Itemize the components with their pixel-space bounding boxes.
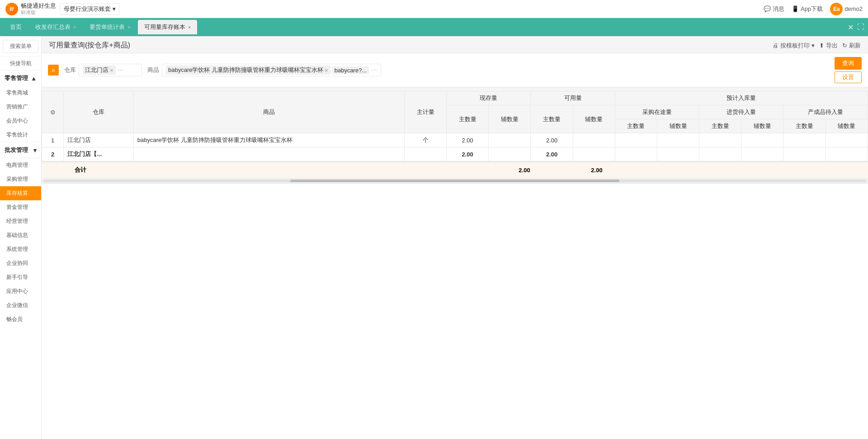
sidebar-item-inventory[interactable]: 库存核算 (0, 186, 41, 200)
tab-receive-summary-label: 收发存汇总表 (35, 23, 71, 31)
tab-order-stats[interactable]: 要货单统计表 × (83, 20, 137, 34)
product-tag2: babycare?... (332, 66, 369, 74)
sidebar-section-wholesale: 批发管理 ▾ (0, 142, 41, 158)
nav-tabs: 首页 收发存汇总表 × 要货单统计表 × 可用量库存账本 × ✕ ⛶ (0, 18, 868, 36)
sidebar-item-member2[interactable]: 畅会员 (0, 312, 41, 326)
template-print-btn[interactable]: 🖨 按模板打印 ▾ (773, 42, 815, 50)
user-area[interactable]: Ea demo2 (830, 3, 863, 15)
sidebar-item-online-store[interactable]: 零售商城 (0, 86, 41, 100)
tab-order-stats-close[interactable]: × (127, 24, 130, 30)
settings-icon[interactable]: ⚙ (50, 109, 56, 116)
footer-label: 合计 (58, 166, 103, 174)
product-more[interactable]: ··· (371, 66, 377, 74)
row1-pw-aux (741, 133, 783, 147)
row1-avail-main: 2.00 (531, 133, 573, 147)
row1-product: babycare学饮杯 儿童防摔防撞吸管杯重力球吸嘴杯宝宝水杯 (133, 133, 404, 147)
row2-pt-aux (657, 147, 699, 161)
fullscreen-btn[interactable]: ⛶ (857, 23, 864, 31)
setting-btn[interactable]: 设置 (835, 71, 862, 83)
chevron-down-icon: ▾ (811, 42, 815, 49)
row1-stock-aux (489, 133, 531, 147)
message-btn[interactable]: 💬 消息 (764, 5, 784, 13)
nav-action-btns: ✕ ⛶ (848, 23, 864, 32)
row2-warehouse: 江北门店【... (64, 147, 133, 161)
row2-pw-aux (741, 147, 783, 161)
export-btn[interactable]: ⬆ 导出 (819, 42, 838, 50)
sidebar-item-ecommerce[interactable]: 电商管理 (0, 158, 41, 172)
th-pdw-aux: 辅数量 (826, 119, 868, 133)
avatar: Ea (830, 3, 843, 15)
sidebar-item-wechat[interactable]: 企业微信 (0, 298, 41, 312)
filter-actions: 查询 设置 (835, 57, 862, 83)
scroll-thumb[interactable] (290, 179, 619, 182)
th-purchase-transit: 采购在途量 (615, 105, 699, 119)
warehouse-more[interactable]: ··· (118, 66, 123, 74)
top-bar-left: 好 畅捷通好生意 标准版 母婴行业演示账套 ▾ (5, 2, 120, 15)
sidebar-item-member[interactable]: 会员中心 (0, 114, 41, 128)
remove-warehouse-tag[interactable]: × (110, 67, 113, 74)
sidebar-item-operation[interactable]: 经营管理 (0, 214, 41, 228)
row2-pw-main (699, 147, 741, 161)
th-pdw-main: 主数量 (783, 119, 826, 133)
logo-icon: 好 (5, 3, 18, 15)
sidebar-item-newbie[interactable]: 新手引导 (0, 270, 41, 284)
download-icon: 📱 (792, 5, 799, 12)
tab-available-stock[interactable]: 可用量库存账本 × (138, 20, 197, 34)
product-tag1: babycare学饮杯 儿童防摔防撞吸管杯重力球吸嘴杯宝宝水杯 × (166, 66, 330, 75)
query-btn[interactable]: 查询 (835, 57, 862, 70)
remove-product-tag1[interactable]: × (325, 67, 328, 74)
horizontal-scrollbar[interactable] (42, 178, 868, 184)
data-table: ⚙ 仓库 商品 主计量 现存量 可用量 预计入库量 主数量 辅数量 主数量 辅数… (42, 91, 868, 161)
sidebar-quick-nav[interactable]: 快捷导航 (0, 57, 41, 71)
row2-stock-main: 2.00 (447, 147, 489, 161)
app-download-btn[interactable]: 📱 App下载 (792, 5, 823, 13)
th-settings[interactable]: ⚙ (42, 91, 64, 133)
close-tab-btn[interactable]: ✕ (848, 23, 854, 32)
table-footer: 合计 2.00 2.00 (42, 161, 868, 178)
th-stock-main: 主数量 (447, 105, 489, 133)
sidebar-item-retail-stats[interactable]: 零售统计 (0, 128, 41, 142)
sidebar-item-enterprise[interactable]: 企业协同 (0, 256, 41, 270)
row2-avail-main: 2.00 (531, 147, 573, 161)
row1-pt-main (615, 133, 657, 147)
tab-home[interactable]: 首页 (4, 20, 28, 34)
sidebar: 搜索菜单 快捷导航 零售管理 ▲ 零售商城 营销推广 会员中心 零售统计 批发管… (0, 36, 42, 439)
th-avail-main: 主数量 (531, 105, 573, 133)
sidebar-retail-header[interactable]: 零售管理 ▲ (0, 71, 41, 86)
logo-area: 好 畅捷通好生意 标准版 (5, 2, 56, 15)
filter-expand-btn[interactable]: » (48, 65, 59, 76)
row1-pw-main (699, 133, 741, 147)
filter-bar: » 仓库 江北门店 × ··· 商品 babycare学饮杯 儿童防摔防撞吸管杯… (42, 53, 868, 87)
search-menu-btn[interactable]: 搜索菜单 (3, 40, 38, 53)
sidebar-item-marketing[interactable]: 营销推广 (0, 100, 41, 114)
th-purchase-waiting: 进货待入量 (699, 105, 783, 119)
warehouse-input[interactable]: 江北门店 × ··· (79, 64, 142, 76)
row2-product (133, 147, 404, 161)
refresh-btn[interactable]: ↻ 刷新 (842, 42, 861, 50)
tab-receive-summary-close[interactable]: × (73, 24, 76, 30)
sidebar-item-app-center[interactable]: 应用中心 (0, 284, 41, 298)
row2-avail-aux (573, 147, 615, 161)
tenant-selector[interactable]: 母婴行业演示账套 ▾ (60, 3, 120, 15)
row2-pt-main (615, 147, 657, 161)
sidebar-item-purchase[interactable]: 采购管理 (0, 172, 41, 186)
sidebar-wholesale-header[interactable]: 批发管理 ▾ (0, 142, 41, 158)
product-input[interactable]: babycare学饮杯 儿童防摔防撞吸管杯重力球吸嘴杯宝宝水杯 × babyca… (162, 64, 381, 76)
footer-stock-main: 2.00 (506, 167, 542, 174)
row2-index: 2 (42, 147, 64, 161)
row1-index: 1 (42, 133, 64, 147)
row2-pdw-main (783, 147, 826, 161)
message-icon: 💬 (764, 5, 771, 12)
th-pt-main: 主数量 (615, 119, 657, 133)
tab-available-stock-close[interactable]: × (188, 24, 191, 30)
filter-warehouse-field: 仓库 江北门店 × ··· (64, 64, 142, 76)
sidebar-item-system[interactable]: 系统管理 (0, 242, 41, 256)
th-product: 商品 (133, 91, 404, 133)
scroll-track (43, 179, 866, 182)
print-icon: 🖨 (773, 42, 778, 49)
table-container: ⚙ 仓库 商品 主计量 现存量 可用量 预计入库量 主数量 辅数量 主数量 辅数… (42, 91, 868, 439)
top-bar-right: 💬 消息 📱 App下载 Ea demo2 (764, 3, 863, 15)
sidebar-item-basic-info[interactable]: 基础信息 (0, 228, 41, 242)
sidebar-item-finance[interactable]: 资金管理 (0, 200, 41, 214)
tab-receive-summary[interactable]: 收发存汇总表 × (29, 20, 82, 34)
